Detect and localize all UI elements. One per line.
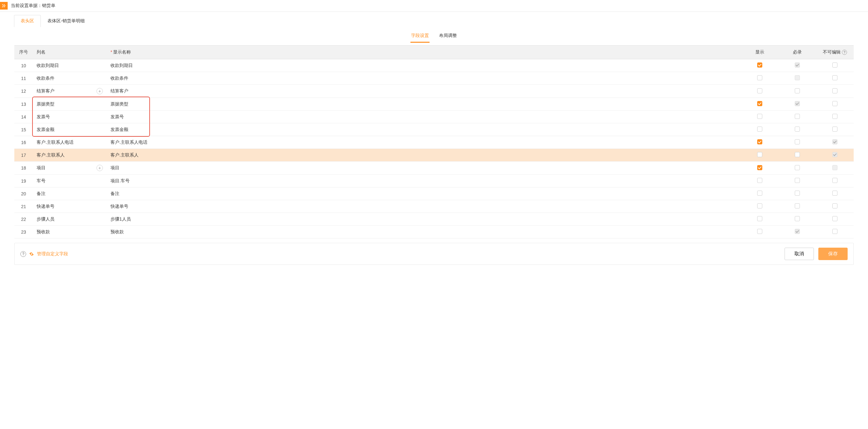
checkbox-show[interactable] [757, 101, 762, 106]
checkbox-readonly [832, 139, 837, 144]
help-icon[interactable]: ? [842, 50, 847, 55]
checkbox-readonly[interactable] [832, 126, 837, 132]
area-tab-1[interactable]: 表体区-销货单明细 [41, 15, 91, 27]
table-row: 17客户.主联系人客户.主联系人 [14, 149, 854, 162]
row-index: 10 [14, 59, 33, 72]
table-row: 14发票号发票号 [14, 111, 854, 123]
row-display-name[interactable]: 收款到期日 [107, 59, 741, 72]
checkbox-show[interactable] [757, 75, 762, 80]
checkbox-show[interactable] [757, 216, 762, 221]
checkbox-readonly[interactable] [832, 229, 837, 234]
question-icon[interactable]: ? [20, 251, 26, 257]
table-row: 19车号项目.车号 [14, 175, 854, 188]
checkbox-show[interactable] [757, 139, 762, 144]
row-display-name[interactable]: 项目 [107, 162, 741, 175]
checkbox-show[interactable] [757, 152, 762, 157]
checkbox-required[interactable] [795, 216, 800, 221]
checkbox-required[interactable] [795, 178, 800, 183]
checkbox-required[interactable] [795, 152, 800, 157]
checkbox-show[interactable] [757, 114, 762, 119]
save-button[interactable]: 保存 [818, 248, 848, 260]
table-row: 16客户.主联系人电话客户.主联系人电话 [14, 136, 854, 149]
row-column-name: 发票金额 [33, 123, 107, 136]
table-row: 15发票金额发票金额 [14, 123, 854, 136]
checkbox-readonly[interactable] [832, 203, 837, 208]
row-display-name[interactable]: 票据类型 [107, 98, 741, 111]
top-bar: 当前设置单据：销货单 [0, 0, 868, 12]
row-index: 14 [14, 111, 33, 123]
checkbox-required[interactable] [795, 191, 800, 196]
checkbox-show[interactable] [757, 229, 762, 234]
row-column-name: 客户.主联系人 [33, 149, 107, 162]
row-column-name: 客户.主联系人电话 [33, 136, 107, 149]
cancel-button[interactable]: 取消 [784, 248, 814, 260]
table-row: 10收款到期日收款到期日 [14, 59, 854, 72]
checkbox-readonly[interactable] [832, 178, 837, 183]
row-index: 19 [14, 175, 33, 188]
checkbox-required[interactable] [795, 126, 800, 132]
checkbox-show[interactable] [757, 165, 762, 170]
checkbox-readonly[interactable] [832, 191, 837, 196]
sub-tabs: 字段设置布局调整 [0, 27, 868, 43]
checkbox-show[interactable] [757, 126, 762, 132]
row-display-name[interactable]: 快递单号 [107, 200, 741, 213]
gear-icon [29, 252, 34, 256]
table-row: 12结算客户+结算客户 [14, 85, 854, 98]
checkbox-required[interactable] [795, 165, 800, 170]
checkbox-show[interactable] [757, 203, 762, 208]
checkbox-required[interactable] [795, 114, 800, 119]
checkbox-readonly[interactable] [832, 114, 837, 119]
checkbox-readonly[interactable] [832, 101, 837, 106]
row-display-name[interactable]: 项目.车号 [107, 175, 741, 188]
row-display-name[interactable]: 结算客户 [107, 85, 741, 98]
table-row: 13票据类型票据类型 [14, 98, 854, 111]
row-index: 22 [14, 213, 33, 226]
row-display-name[interactable]: 备注 [107, 188, 741, 200]
checkbox-required[interactable] [795, 203, 800, 208]
table-row: 23预收款预收款 [14, 226, 854, 238]
checkbox-required[interactable] [795, 139, 800, 144]
row-index: 18 [14, 162, 33, 175]
checkbox-readonly[interactable] [832, 88, 837, 93]
checkbox-show[interactable] [757, 62, 762, 67]
checkbox-required[interactable] [795, 88, 800, 93]
row-column-name: 车号 [33, 175, 107, 188]
row-index: 11 [14, 72, 33, 85]
sub-tab-1[interactable]: 布局调整 [438, 31, 458, 43]
checkbox-readonly[interactable] [832, 62, 837, 67]
row-column-name: 收款条件 [33, 72, 107, 85]
checkbox-required [795, 229, 800, 234]
table-row: 21快递单号快递单号 [14, 200, 854, 213]
checkbox-readonly[interactable] [832, 216, 837, 221]
checkbox-show[interactable] [757, 178, 762, 183]
row-index: 13 [14, 98, 33, 111]
row-index: 21 [14, 200, 33, 213]
checkbox-show[interactable] [757, 191, 762, 196]
row-display-name[interactable]: 发票金额 [107, 123, 741, 136]
row-column-name: 结算客户+ [33, 85, 107, 98]
add-subfield-button[interactable]: + [96, 88, 103, 94]
checkbox-show[interactable] [757, 88, 762, 93]
row-column-name: 备注 [33, 188, 107, 200]
row-display-name[interactable]: 客户.主联系人电话 [107, 136, 741, 149]
current-doc-label: 当前设置单据：销货单 [11, 3, 55, 9]
row-display-name[interactable]: 步骤1人员 [107, 213, 741, 226]
row-index: 12 [14, 85, 33, 98]
expand-sidebar-button[interactable] [0, 2, 8, 9]
checkbox-readonly[interactable] [832, 75, 837, 80]
manage-custom-fields-link[interactable]: 管理自定义字段 [37, 251, 68, 257]
checkbox-required [795, 62, 800, 67]
col-header-required: 必录 [778, 46, 816, 59]
row-index: 16 [14, 136, 33, 149]
row-display-name[interactable]: 发票号 [107, 111, 741, 123]
row-index: 17 [14, 149, 33, 162]
row-index: 23 [14, 226, 33, 238]
add-subfield-button[interactable]: + [96, 165, 103, 171]
col-header-name: 列名 [33, 46, 107, 59]
row-display-name[interactable]: 客户.主联系人 [107, 149, 741, 162]
row-display-name[interactable]: 收款条件 [107, 72, 741, 85]
sub-tab-0[interactable]: 字段设置 [410, 31, 430, 43]
col-header-idx: 序号 [14, 46, 33, 59]
row-display-name[interactable]: 预收款 [107, 226, 741, 238]
area-tab-0[interactable]: 表头区 [14, 15, 41, 27]
